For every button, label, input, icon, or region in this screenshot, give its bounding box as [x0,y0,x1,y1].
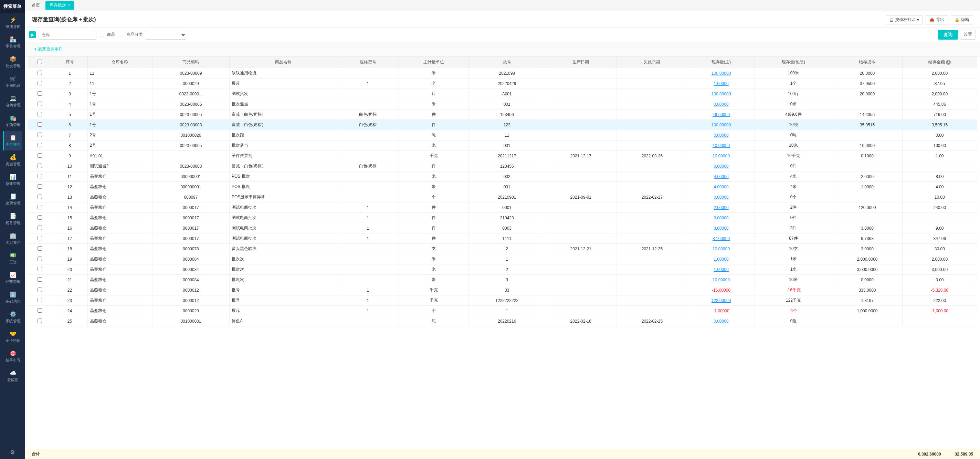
row-checkbox[interactable] [27,89,52,99]
sidebar-item-retail[interactable]: 🏪零售管理 [3,33,22,53]
sidebar-item-tax[interactable]: 📑税务管理 [3,209,22,229]
sidebar-label-fixed-assets: 固定资产 [5,240,21,245]
row-expire-date: 2021-12-25 [617,244,688,254]
col-amount: 结存金额 i [902,56,977,68]
row-checkbox[interactable] [27,316,52,327]
sidebar-icon-finance: 💰 [10,154,16,161]
sidebar-settings-item[interactable]: ⚙ [0,446,25,459]
sidebar-item-invoice[interactable]: 🧾发票管理 [3,190,22,209]
row-checkbox[interactable] [27,78,52,89]
expand-filter-btn[interactable]: ▶ [29,31,36,38]
select-all-checkbox[interactable] [38,60,42,64]
row-cost: 3.0000 [832,223,902,233]
row-checkbox[interactable] [27,306,52,316]
row-checkbox[interactable] [27,161,52,172]
row-cost [832,213,902,223]
row-checkbox[interactable] [27,233,52,244]
row-warehouse: 晶銮粮仓 [88,316,152,327]
row-checkbox[interactable] [27,223,52,233]
row-warehouse: 晶銮粮仓 [88,265,152,275]
tab-close-btn[interactable]: × [68,3,70,7]
sidebar-item-general[interactable]: 📊总账管理 [3,170,22,190]
row-qty-store: 10千克 [754,151,832,161]
row-produce-date [545,161,617,172]
row-warehouse: 11 [88,68,152,78]
row-no: 5 [52,110,88,120]
row-checkbox[interactable] [27,244,52,254]
sidebar-label-new-guide: 新手引导 [5,358,21,363]
row-unit: 吨 [399,130,468,140]
warehouse-input[interactable] [38,30,96,40]
row-amount: 8.00 [902,172,977,182]
settings-btn[interactable]: 设置 [960,30,976,40]
sidebar-item-cloud[interactable]: ☁️云应用 [3,367,22,386]
row-checkbox[interactable] [27,254,52,265]
row-checkbox[interactable] [27,275,52,285]
row-goods-code: 0000029 [153,306,230,316]
row-spec [337,275,399,285]
col-no: 序号 [52,56,88,68]
sidebar-item-wholesale[interactable]: 📦批发管理 [3,53,22,72]
row-warehouse: 晶銮粮仓 [88,275,152,285]
row-amount: 0.00 [902,275,977,285]
row-goods-name: 测试电商批次 [229,223,337,233]
sidebar-item-finance[interactable]: 💰资金管理 [3,150,22,170]
sidebar-item-ecom[interactable]: 💻电商管理 [3,92,22,111]
row-checkbox[interactable] [27,182,52,192]
sidebar-item-quick-nav[interactable]: ⚡快捷导航 [3,13,22,33]
table-footer: 合计 6,302.60000 32,589.05 [25,449,980,459]
row-checkbox[interactable] [27,99,52,110]
col-goods-name: 商品名称 [229,56,337,68]
row-checkbox[interactable] [27,110,52,120]
tab-home[interactable]: 首页 [27,1,44,10]
row-cost [832,161,902,172]
row-batch: 2 [469,244,545,254]
col-produce-date: 生产日期 [545,56,617,68]
row-checkbox[interactable] [27,120,52,130]
row-checkbox[interactable] [27,295,52,306]
row-expire-date [617,306,688,316]
hide-btn[interactable]: 🔒 隐断 [951,15,973,24]
row-checkbox[interactable] [27,130,52,140]
row-warehouse: 晶銮粮仓 [88,182,152,192]
sidebar-item-micro-ecom[interactable]: 🛒小额电商 [3,72,22,92]
row-checkbox[interactable] [27,285,52,295]
sidebar-item-purchase[interactable]: 🛍️采购管理 [3,111,22,131]
sidebar-item-sys-mgmt[interactable]: ⚙️系统管理 [3,308,22,327]
row-checkbox[interactable] [27,151,52,161]
sidebar-item-new-guide[interactable]: 🎯新手引导 [3,347,22,367]
sidebar-label-ecom: 电商管理 [5,103,21,108]
row-goods-code [153,151,230,161]
sidebar-item-ops[interactable]: 📈经营管理 [3,268,22,288]
row-cost: 0.1000 [832,151,902,161]
row-checkbox[interactable] [27,192,52,202]
sidebar-item-inventory[interactable]: 📋库存核查 [3,131,22,150]
sidebar-item-fixed-assets[interactable]: 🏢固定资产 [3,229,22,249]
row-batch: 123456 [469,110,545,120]
amount-info-icon[interactable]: i [946,60,951,65]
row-spec [337,130,399,140]
row-checkbox[interactable] [27,265,52,275]
row-batch: 002 [469,172,545,182]
sidebar-item-basic-info[interactable]: ℹ️基础信息 [3,288,22,308]
col-checkbox[interactable] [27,56,52,68]
row-checkbox[interactable] [27,140,52,151]
tab-active[interactable]: 库存批次 × [45,1,74,10]
sidebar-item-labor[interactable]: 💵工资 [3,249,22,268]
row-checkbox[interactable] [27,172,52,182]
export-btn[interactable]: 📤 导出 [926,15,948,24]
sidebar-item-enterprise[interactable]: 🤝企业协同 [3,327,22,347]
row-checkbox[interactable] [27,68,52,78]
expand-more-btn[interactable]: ▾ 展开更多条件 [32,45,65,53]
table-row: 4 1号 0023-00005 批次遴当 米 001 0.00000 0米 44… [27,99,977,110]
row-checkbox[interactable] [27,213,52,223]
query-btn[interactable]: 查询 [938,30,958,40]
print-btn[interactable]: 🖨 按模板打印 ▾ [886,15,923,24]
sidebar-logo[interactable]: 搜索菜单 [0,0,25,13]
row-warehouse: 晶銮粮仓 [88,306,152,316]
row-qty-main: 87.00000 [688,233,754,244]
row-checkbox[interactable] [27,202,52,213]
category-select[interactable] [145,30,186,40]
row-no: 1 [52,68,88,78]
row-no: 3 [52,89,88,99]
